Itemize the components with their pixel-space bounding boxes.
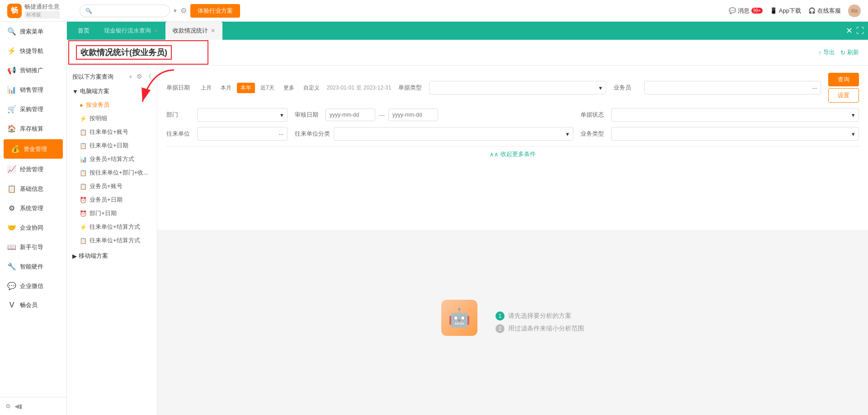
basic-icon: 📋 bbox=[7, 184, 16, 193]
plan-unit-settlement2-icon: 📋 bbox=[80, 237, 87, 244]
sidebar-item-marketing[interactable]: 📢 营销推广 bbox=[0, 61, 66, 80]
plan-salesman-date-label: 业务员+日期 bbox=[90, 196, 123, 204]
date-separator: 至 bbox=[356, 84, 362, 92]
plan-item-dept-date[interactable]: ⏰ 部门+日期 bbox=[67, 207, 157, 220]
plan-unit-dept-icon: 📋 bbox=[80, 170, 87, 176]
sidebar-item-sales[interactable]: 📊 销售管理 bbox=[0, 80, 66, 99]
tab-fullscreen-icon[interactable]: ⛶ bbox=[856, 26, 864, 36]
operations-icon: 📈 bbox=[7, 165, 16, 174]
setting-button[interactable]: 设置 bbox=[828, 88, 859, 103]
date-tab-7days[interactable]: 近7天 bbox=[257, 83, 278, 93]
settings-bottom-icon[interactable]: ⚙ bbox=[5, 403, 11, 410]
filter-salesman: 业务员 ··· bbox=[613, 81, 821, 94]
plan-salesman-settlement-icon: 📊 bbox=[80, 156, 87, 163]
doc-type-select[interactable]: ▾ bbox=[429, 81, 606, 94]
service-icon: 🎧 bbox=[808, 7, 816, 14]
settings-plan-icon[interactable]: ⚙ bbox=[137, 73, 142, 81]
sidebar-item-wechat[interactable]: 💬 企业微信 bbox=[0, 276, 66, 296]
refresh-label: 刷新 bbox=[847, 48, 859, 57]
audit-from-input[interactable] bbox=[326, 108, 375, 121]
counterpart-category-select[interactable]: ▾ bbox=[334, 127, 573, 141]
filter-counterpart: 往来单位 ··· bbox=[166, 127, 288, 141]
desktop-plans-header[interactable]: ▼ 电脑端方案 bbox=[67, 85, 157, 98]
sidebar-item-operations[interactable]: 📈 经营管理 bbox=[0, 160, 66, 179]
plan-item-unit-settlement1[interactable]: ⚡ 往来单位+结算方式 bbox=[67, 220, 157, 234]
sidebar-item-search[interactable]: 🔍 搜索菜单 bbox=[0, 22, 66, 41]
page-header: 收款情况统计(按业务员) ↑ 导出 ↻ 刷新 bbox=[67, 40, 868, 66]
export-button[interactable]: ↑ 导出 bbox=[819, 48, 835, 57]
salesman-select[interactable]: ··· bbox=[644, 81, 821, 94]
plan-item-unit-account[interactable]: 📋 往来单位+账号 bbox=[67, 125, 157, 139]
plan-salesman-icon: ● bbox=[80, 102, 83, 108]
add-plan-icon[interactable]: ＋ bbox=[127, 73, 134, 81]
sidebar-item-basic[interactable]: 📋 基础信息 bbox=[0, 179, 66, 198]
refresh-button[interactable]: ↻ 刷新 bbox=[840, 48, 859, 57]
settings-icon[interactable]: ⚙ bbox=[180, 6, 187, 15]
edition-badge: 标准版 bbox=[24, 11, 60, 19]
collapse-filters-button[interactable]: ∧∧ 收起更多条件 bbox=[166, 146, 859, 162]
date-label: 单据日期 bbox=[166, 84, 193, 92]
tab-bank-flow-label: 现金银行流水查询 bbox=[104, 27, 151, 35]
tab-collection-stats[interactable]: 收款情况统计 ✕ bbox=[165, 22, 222, 40]
plan-item-salesman-date[interactable]: ⏰ 业务员+日期 bbox=[67, 193, 157, 207]
filter-counterpart-category: 往来单位分类 ▾ bbox=[295, 127, 573, 141]
sidebar-item-finance[interactable]: 💰 资金管理 bbox=[4, 139, 63, 159]
date-tab-this-year[interactable]: 本年 bbox=[237, 83, 255, 93]
tab-collection-stats-label: 收款情况统计 bbox=[173, 27, 208, 35]
audit-to-input[interactable] bbox=[388, 108, 438, 121]
date-tab-last-month[interactable]: 上月 bbox=[197, 83, 215, 93]
top-search-input[interactable]: 🔍 bbox=[80, 5, 170, 17]
tab-home[interactable]: 首页 bbox=[71, 22, 97, 40]
sidebar-item-member[interactable]: V 畅会员 bbox=[0, 296, 66, 315]
message-button[interactable]: 💬 消息 99+ bbox=[729, 7, 763, 15]
tab-bar-right: ✕ ⛶ bbox=[846, 26, 864, 36]
plan-item-detail[interactable]: ⚡ 按明细 bbox=[67, 112, 157, 125]
filter-biz-type: 业务类型 ▾ bbox=[580, 127, 859, 141]
sidebar-item-purchase[interactable]: 🛒 采购管理 bbox=[0, 99, 66, 119]
user-avatar[interactable]: Rit bbox=[848, 5, 861, 17]
plan-item-unit-dept[interactable]: 📋 按往来单位+部门+收... bbox=[67, 166, 157, 179]
export-label: 导出 bbox=[823, 48, 835, 57]
filter-sidebar: 按以下方案查询 ＋ ⚙ 《 ▼ 电脑端方案 bbox=[67, 66, 157, 415]
date-tab-this-month[interactable]: 本月 bbox=[217, 83, 235, 93]
tip-text-2: 用过滤条件来缩小分析范围 bbox=[508, 325, 584, 333]
counterpart-select[interactable]: ··· bbox=[197, 127, 288, 141]
online-service-button[interactable]: 🎧 在线客服 bbox=[808, 7, 841, 15]
plan-item-unit-settlement2[interactable]: 📋 往来单位+结算方式 bbox=[67, 234, 157, 247]
query-button[interactable]: 查询 bbox=[828, 73, 859, 86]
sidebar-item-system[interactable]: ⚙ 系统管理 bbox=[0, 198, 66, 218]
date-tab-more[interactable]: 更多 bbox=[280, 83, 298, 93]
doc-status-select[interactable]: ▾ bbox=[611, 108, 859, 122]
trial-button[interactable]: 体验行业方案 bbox=[190, 4, 240, 18]
counterpart-more-icon: ··· bbox=[278, 131, 283, 137]
collapse-sidebar-icon[interactable]: ◀▮ bbox=[14, 403, 22, 410]
dept-select[interactable]: ▾ bbox=[197, 108, 288, 122]
sidebar-item-guide[interactable]: 📖 新手引导 bbox=[0, 237, 66, 257]
biz-type-dropdown-icon: ▾ bbox=[852, 131, 855, 137]
tab-close-all-icon[interactable]: ✕ bbox=[846, 26, 853, 36]
top-nav-area: 🔍 ▾ ⚙ 体验行业方案 bbox=[80, 4, 723, 18]
tab-close-bank-flow[interactable]: ✕ bbox=[154, 28, 158, 34]
doc-status-dropdown-icon: ▾ bbox=[852, 112, 855, 118]
collapse-panel-icon[interactable]: 《 bbox=[145, 73, 151, 81]
plan-item-unit-date[interactable]: 📋 往来单位+日期 bbox=[67, 139, 157, 152]
sidebar-item-inventory[interactable]: 🏠 库存核算 bbox=[0, 119, 66, 138]
sidebar-item-hardware[interactable]: 🔧 智能硬件 bbox=[0, 257, 66, 276]
top-nav-dropdown-icon[interactable]: ▾ bbox=[174, 7, 177, 14]
sidebar-item-label: 营销推广 bbox=[20, 66, 43, 75]
plan-item-salesman-account[interactable]: 📋 业务员+账号 bbox=[67, 179, 157, 193]
hardware-icon: 🔧 bbox=[7, 262, 16, 271]
plan-item-salesman[interactable]: ● 按业务员 bbox=[67, 98, 157, 112]
date-tab-custom[interactable]: 自定义 bbox=[300, 83, 323, 93]
tab-close-collection-stats[interactable]: ✕ bbox=[211, 28, 215, 34]
sidebar-item-quicknav[interactable]: ⚡ 快捷导航 bbox=[0, 41, 66, 61]
empty-tip-2: 2 用过滤条件来缩小分析范围 bbox=[495, 324, 584, 333]
sidebar-item-collab[interactable]: 🤝 企业协同 bbox=[0, 218, 66, 237]
biz-type-select[interactable]: ▾ bbox=[611, 127, 859, 141]
filter-doc-type: 单据类型 ▾ bbox=[398, 81, 606, 94]
plan-item-salesman-settlement[interactable]: 📊 业务员+结算方式 bbox=[67, 152, 157, 166]
tab-bank-flow[interactable]: 现金银行流水查询 ✕ bbox=[97, 22, 165, 40]
mobile-plans-header[interactable]: ▶ 移动端方案 bbox=[67, 249, 157, 263]
filter-dept: 部门 ▾ bbox=[166, 108, 288, 122]
app-download-button[interactable]: 📱 App下载 bbox=[770, 7, 801, 15]
